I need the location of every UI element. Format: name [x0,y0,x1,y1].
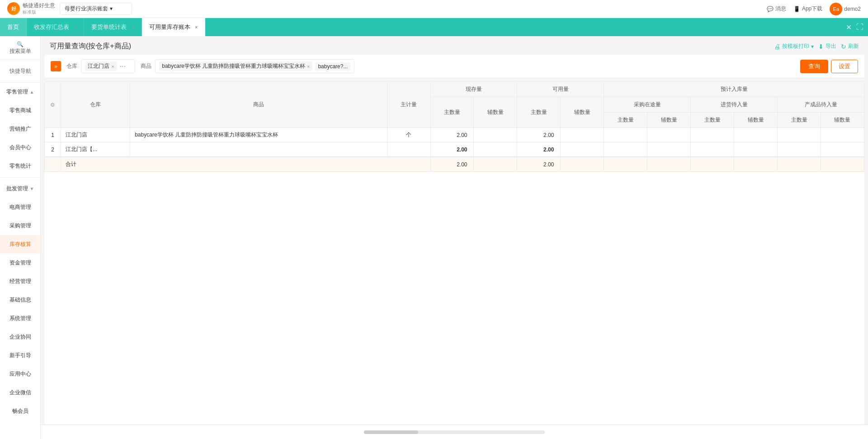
org-selector[interactable]: 母婴行业演示账套 ▾ [60,3,132,15]
warehouse-filter-group: 仓库 江北门店 × ··· [66,59,135,73]
sidebar-item-app-center[interactable]: 应用中心 [0,365,40,383]
warehouse-filter-field[interactable]: 江北门店 × ··· [81,59,135,73]
sidebar-item-enterprise[interactable]: 企业协同 [0,328,40,346]
org-dropdown-icon: ▾ [110,5,113,12]
sidebar-item-enterprise-wechat[interactable]: 企业微信 [0,383,40,402]
logo-icon: 好 [7,2,20,15]
search-menu-button[interactable]: 🔍 搜索菜单 [4,41,37,55]
tab-receipts-label: 收发存汇总表 [34,23,69,31]
row1-purchase-aux [647,128,691,142]
sidebar-item-new-guide[interactable]: 新手引导 [0,346,40,365]
message-label: 消息 [775,5,786,13]
wholesale-arrow: ▼ [30,186,34,191]
marketing-label: 营销推广 [9,125,31,133]
footer-scrollbar [41,425,868,439]
sidebar-item-operations[interactable]: 经营管理 [0,272,40,291]
th-pending-main: 主数量 [691,113,734,128]
row1-pending-aux [734,128,778,142]
filter-expand-button[interactable]: » [51,61,61,71]
retail-stats-label: 零售统计 [9,162,31,170]
logo-text-block: 畅捷通好生意 标准版 [23,2,55,15]
sidebar-item-wholesale[interactable]: 批发管理 ▼ [0,179,40,198]
total-product-main [778,157,821,172]
sidebar-item-finance[interactable]: 资金管理 [0,254,40,272]
sidebar-search-area: 🔍 搜索菜单 [0,36,40,60]
tab-orders-label: 要货单统计表 [91,23,127,31]
sidebar-item-purchase[interactable]: 采购管理 [0,217,40,235]
app-download-button[interactable]: 📱 App下载 [793,5,822,13]
operations-label: 经营管理 [9,278,31,285]
tab-available-stock-label: 可用量库存账本 [149,23,190,31]
logo-area: 好 畅捷通好生意 标准版 [7,2,55,15]
row2-purchase-main [604,142,647,157]
row1-warehouse: 江北门店 [61,128,130,142]
refresh-button[interactable]: ↻ 刷新 [841,42,859,50]
total-pending-main [691,157,734,172]
print-button[interactable]: 🖨 按模板打印 ▾ [774,42,814,50]
sidebar-item-retail-stats[interactable]: 零售统计 [0,157,40,175]
sidebar-item-retail-mall[interactable]: 零售商城 [0,101,40,120]
product-tag1-value: babycare学饮杯 儿童防摔防撞吸管杯重力球吸嘴杯宝宝水杯 [162,62,305,70]
refresh-label: 刷新 [848,42,859,50]
sidebar-item-marketing[interactable]: 营销推广 [0,120,40,138]
th-pending-aux: 辅数量 [734,113,778,128]
page-actions: 🖨 按模板打印 ▾ ⬇ 导出 ↻ 刷新 [774,42,859,50]
th-planned-inbound: 预计入库量 [604,82,864,97]
total-row: 合计 2.00 2.00 [45,157,864,172]
query-button[interactable]: 查询 [800,60,828,73]
tab-available-stock[interactable]: 可用量库存账本 × [142,18,205,36]
gear-icon[interactable]: ⚙ [50,102,55,108]
tab-orders-close[interactable]: × [131,24,134,30]
sidebar-item-inventory[interactable]: 库存核算 [0,235,40,254]
th-purchase-aux: 辅数量 [647,113,691,128]
sidebar-item-vip[interactable]: 畅会员 [0,402,40,420]
scrollbar-thumb[interactable] [364,430,418,434]
warehouse-filter-more[interactable]: ··· [120,62,126,71]
sidebar-item-quick-nav[interactable]: 快捷导航 [0,64,40,79]
th-stock-main: 主数量 [430,97,474,128]
th-main-unit: 主计量 [387,82,430,128]
sidebar-item-basic[interactable]: 基础信息 [0,291,40,309]
sidebar: 🔍 搜索菜单 快捷导航 零售管理 ▲ 零售商城 营销推广 会员中心 零售统计 批… [0,36,41,439]
logo-text: 畅捷通好生意 [23,2,55,9]
warehouse-tag-remove[interactable]: × [111,64,114,69]
export-button[interactable]: ⬇ 导出 [818,42,836,50]
filter-bar: » 仓库 江北门店 × ··· 商品 babycare学饮杯 儿童防摔防撞吸管杯… [44,55,864,78]
enterprise-wechat-label: 企业微信 [9,389,31,397]
product-filter-tag2: babycare?... [315,62,350,71]
settings-button[interactable]: 设置 [831,60,858,73]
tab-receipts[interactable]: 收发存汇总表 × [27,18,84,36]
sidebar-item-members[interactable]: 会员中心 [0,138,40,157]
product-filter-field[interactable]: babycare学饮杯 儿童防摔防撞吸管杯重力球吸嘴杯宝宝水杯 × babyca… [155,59,354,73]
th-purchase-transit: 采购在途量 [604,97,691,113]
scrollbar-track[interactable] [364,430,545,434]
row2-avail-aux [561,142,604,157]
message-button[interactable]: 💬 消息 [767,5,786,13]
content-area: 可用量查询(按仓库+商品) 🖨 按模板打印 ▾ ⬇ 导出 ↻ 刷新 » [41,36,868,439]
tab-receipts-close[interactable]: × [74,24,76,30]
tab-close-all-icon[interactable]: ✕ [846,23,852,32]
th-gear[interactable]: ⚙ [45,82,61,128]
product-tag1-remove[interactable]: × [307,64,310,69]
tab-home[interactable]: 首页 [0,18,27,36]
new-guide-label: 新手引导 [9,352,31,359]
retail-mgmt-arrow: ▲ [30,90,34,94]
export-label: 导出 [826,42,836,50]
tab-available-stock-close[interactable]: × [195,24,198,30]
sidebar-item-retail-mgmt[interactable]: 零售管理 ▲ [0,83,40,101]
total-pending-aux [734,157,778,172]
user-name: demo2 [844,6,861,12]
tab-orders[interactable]: 要货单统计表 × [84,18,142,36]
nav-tabs: 首页 收发存汇总表 × 要货单统计表 × 可用量库存账本 × ✕ ⛶ [0,18,868,36]
sidebar-item-system[interactable]: 系统管理 [0,309,40,328]
total-purchase-main [604,157,647,172]
search-label: 搜索菜单 [9,48,31,54]
tab-fullscreen-icon[interactable]: ⛶ [856,23,863,31]
org-name: 母婴行业演示账套 [65,5,108,13]
row1-stock-aux [474,128,517,142]
user-initials: Ea [833,6,839,12]
sidebar-item-ecommerce[interactable]: 电商管理 [0,198,40,217]
table-row: 2 江北门店【... 2.00 2.00 [45,142,864,157]
row1-purchase-main [604,128,647,142]
user-menu[interactable]: Ea demo2 [830,3,861,15]
